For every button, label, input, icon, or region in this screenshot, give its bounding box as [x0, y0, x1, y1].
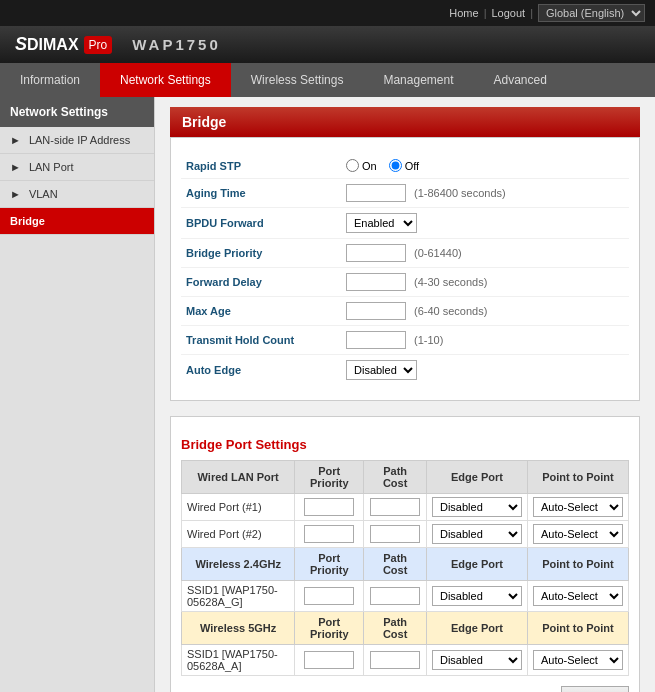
wired-port1-p2p-select[interactable]: Auto-Select Point to Point Shared: [533, 497, 623, 517]
rapid-stp-on-radio[interactable]: [346, 159, 359, 172]
table-row: Wired Port (#2) 128 20000 Disabled Enabl…: [182, 521, 629, 548]
wired-port2-edge-cell: Disabled Enabled: [426, 521, 527, 548]
wired-port2-label: Wired Port (#2): [182, 521, 295, 548]
sidebar-title: Network Settings: [0, 97, 154, 127]
max-age-input[interactable]: 20: [346, 302, 406, 320]
wired-port1-pathcost-cell: 20000: [364, 494, 427, 521]
auto-edge-controls: Disabled Enabled: [346, 360, 624, 380]
apply-button[interactable]: Apply: [561, 686, 629, 692]
col-wireless24-path: Path Cost: [364, 548, 427, 581]
col-point-to-point: Point to Point: [527, 461, 628, 494]
transmit-hold-hint: (1-10): [414, 334, 443, 346]
wired-port2-pathcost[interactable]: 20000: [370, 525, 420, 543]
rapid-stp-radio-group: On Off: [346, 159, 419, 172]
transmit-hold-input[interactable]: 6: [346, 331, 406, 349]
header: SDIMAX Pro WAP1750: [0, 26, 655, 63]
nav-management[interactable]: Management: [363, 63, 473, 97]
device-name: WAP1750: [132, 36, 221, 53]
forward-delay-hint: (4-30 seconds): [414, 276, 487, 288]
wireless24-priority[interactable]: 128: [304, 587, 354, 605]
port-table: Wired LAN Port Port Priority Path Cost E…: [181, 460, 629, 676]
rapid-stp-label: Rapid STP: [186, 160, 346, 172]
sidebar-item-lan-ip[interactable]: ► LAN-side IP Address: [0, 127, 154, 154]
wireless5-p2p-select[interactable]: Auto-Select Point to Point Shared: [533, 650, 623, 670]
wired-port1-priority[interactable]: 128: [304, 498, 354, 516]
wireless24-section-row: Wireless 2.4GHz Port Priority Path Cost …: [182, 548, 629, 581]
bridge-priority-row: Bridge Priority 32768 (0-61440): [181, 239, 629, 268]
logout-link[interactable]: Logout: [491, 7, 525, 19]
logo-pro: Pro: [84, 36, 113, 54]
wired-port1-pathcost[interactable]: 20000: [370, 498, 420, 516]
sidebar-item-bridge[interactable]: Bridge: [0, 208, 154, 235]
aging-time-input[interactable]: 300: [346, 184, 406, 202]
language-select[interactable]: Global (English): [538, 4, 645, 22]
col-wireless5-priority: Port Priority: [295, 612, 364, 645]
nav-wireless-settings[interactable]: Wireless Settings: [231, 63, 364, 97]
rapid-stp-row: Rapid STP On Off: [181, 153, 629, 179]
wired-port1-p2p-cell: Auto-Select Point to Point Shared: [527, 494, 628, 521]
forward-delay-row: Forward Delay 15 (4-30 seconds): [181, 268, 629, 297]
wired-port2-p2p-cell: Auto-Select Point to Point Shared: [527, 521, 628, 548]
col-wireless5: Wireless 5GHz: [182, 612, 295, 645]
aging-time-hint: (1-86400 seconds): [414, 187, 506, 199]
apply-row: Apply: [181, 686, 629, 692]
wireless24-pathcost[interactable]: 200000: [370, 587, 420, 605]
wired-port1-edge-select[interactable]: Disabled Enabled: [432, 497, 522, 517]
wired-port2-priority[interactable]: 128: [304, 525, 354, 543]
col-wireless24-edge: Edge Port: [426, 548, 527, 581]
col-wireless24: Wireless 2.4GHz: [182, 548, 295, 581]
col-wireless24-p2p: Point to Point: [527, 548, 628, 581]
wired-header-row: Wired LAN Port Port Priority Path Cost E…: [182, 461, 629, 494]
bpdu-forward-select[interactable]: Enabled Disabled: [346, 213, 417, 233]
bridge-priority-input[interactable]: 32768: [346, 244, 406, 262]
top-bar: Home | Logout | Global (English): [0, 0, 655, 26]
col-edge-port: Edge Port: [426, 461, 527, 494]
table-row: SSID1 [WAP1750-05628A_G] 128 200000 Disa…: [182, 581, 629, 612]
max-age-controls: 20 (6-40 seconds): [346, 302, 624, 320]
chevron-icon: ►: [10, 134, 21, 146]
max-age-label: Max Age: [186, 305, 346, 317]
bridge-port-settings: Bridge Port Settings Wired LAN Port Port…: [170, 416, 640, 692]
chevron-icon: ►: [10, 161, 21, 173]
nav-advanced[interactable]: Advanced: [473, 63, 566, 97]
forward-delay-input[interactable]: 15: [346, 273, 406, 291]
col-wireless5-path: Path Cost: [364, 612, 427, 645]
bridge-port-title: Bridge Port Settings: [181, 432, 629, 452]
wired-port1-label: Wired Port (#1): [182, 494, 295, 521]
bridge-form: Rapid STP On Off Agi: [170, 137, 640, 401]
col-path-cost: Path Cost: [364, 461, 427, 494]
rapid-stp-on-label[interactable]: On: [346, 159, 377, 172]
wireless5-priority[interactable]: 128: [304, 651, 354, 669]
logo: SDIMAX Pro: [15, 34, 112, 55]
wireless24-p2p-cell: Auto-Select Point to Point Shared: [527, 581, 628, 612]
bridge-priority-label: Bridge Priority: [186, 247, 346, 259]
nav-information[interactable]: Information: [0, 63, 100, 97]
transmit-hold-row: Transmit Hold Count 6 (1-10): [181, 326, 629, 355]
auto-edge-select[interactable]: Disabled Enabled: [346, 360, 417, 380]
wired-port2-p2p-select[interactable]: Auto-Select Point to Point Shared: [533, 524, 623, 544]
aging-time-controls: 300 (1-86400 seconds): [346, 184, 624, 202]
col-wireless5-p2p: Point to Point: [527, 612, 628, 645]
wired-port2-edge-select[interactable]: Disabled Enabled: [432, 524, 522, 544]
wireless24-p2p-select[interactable]: Auto-Select Point to Point Shared: [533, 586, 623, 606]
wireless5-edge-select[interactable]: Disabled Enabled: [432, 650, 522, 670]
wired-port1-edge-cell: Disabled Enabled: [426, 494, 527, 521]
rapid-stp-off-label[interactable]: Off: [389, 159, 419, 172]
wireless5-pathcost[interactable]: 200000: [370, 651, 420, 669]
wireless24-pathcost-cell: 200000: [364, 581, 427, 612]
wireless5-edge-cell: Disabled Enabled: [426, 645, 527, 676]
home-link[interactable]: Home: [449, 7, 478, 19]
sidebar-item-vlan[interactable]: ► VLAN: [0, 181, 154, 208]
wireless5-priority-cell: 128: [295, 645, 364, 676]
wireless24-edge-select[interactable]: Disabled Enabled: [432, 586, 522, 606]
bridge-priority-hint: (0-61440): [414, 247, 462, 259]
wireless5-section-row: Wireless 5GHz Port Priority Path Cost Ed…: [182, 612, 629, 645]
col-wireless5-edge: Edge Port: [426, 612, 527, 645]
wireless5-ssid1-label: SSID1 [WAP1750-05628A_A]: [182, 645, 295, 676]
bridge-priority-controls: 32768 (0-61440): [346, 244, 624, 262]
max-age-hint: (6-40 seconds): [414, 305, 487, 317]
sidebar-item-lan-port[interactable]: ► LAN Port: [0, 154, 154, 181]
wireless24-edge-cell: Disabled Enabled: [426, 581, 527, 612]
rapid-stp-off-radio[interactable]: [389, 159, 402, 172]
nav-network-settings[interactable]: Network Settings: [100, 63, 231, 97]
